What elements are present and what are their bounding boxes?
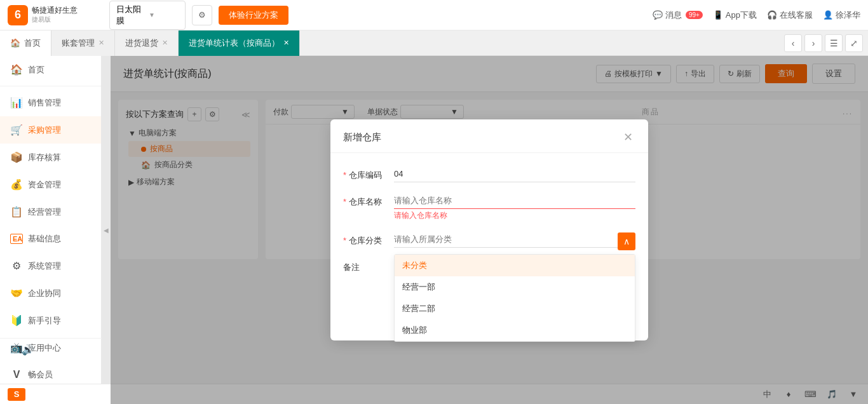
form-row-name: * 仓库名称 请输入仓库名称 [343,192,635,221]
store-name: 日太阳膜 [116,4,146,27]
sidebar-item-inventory[interactable]: 📦 库存核算 [0,144,101,171]
sidebar-item-operation-label: 经营管理 [28,206,61,218]
inventory-icon: 📦 [10,151,23,163]
sidebar-item-cooperation[interactable]: 🤝 企业协同 [0,279,101,307]
tab-accounts[interactable]: 账套管理 ✕ [51,30,115,56]
tab-purchase-stats[interactable]: 进货单统计表（按商品） ✕ [179,30,300,56]
tab-prev-button[interactable]: ‹ [784,34,802,52]
sidebar-item-inventory-label: 库存核算 [28,152,61,163]
tab-next-button[interactable]: › [804,34,822,52]
main-layout: 🏠 首页 📊 销售管理 🛒 采购管理 📦 库存核算 💰 资金管理 📋 经营管理 … [0,56,868,404]
name-input[interactable] [394,192,635,209]
sidebar-item-system-label: 系统管理 [28,260,61,272]
name-input-wrap: 请输入仓库名称 [394,192,635,221]
tab-purchase-return-close-icon[interactable]: ✕ [162,39,168,47]
bottom-logo: S [8,388,25,401]
modal-body: * 仓库编码 * 仓库名称 [330,153,648,286]
s-logo-icon: S [8,388,25,401]
message-badge: 99+ [686,11,703,19]
sidebar: 🏠 首页 📊 销售管理 🛒 采购管理 📦 库存核算 💰 资金管理 📋 经营管理 … [0,56,102,404]
modal-close-button[interactable]: ✕ [620,130,635,145]
sidebar-item-finance[interactable]: 💰 资金管理 [0,171,101,198]
category-input[interactable] [394,231,635,248]
trial-button[interactable]: 体验行业方案 [219,6,288,25]
sidebar-item-finance-label: 资金管理 [28,179,61,191]
note-label: 备注 [343,258,394,273]
tab-accounts-close-icon[interactable]: ✕ [98,39,104,47]
dropdown-item-uncategorized[interactable]: 未分类 [395,255,635,276]
tab-accounts-label: 账套管理 [62,37,95,49]
user-name: 徐泽华 [836,10,860,21]
audio-icon[interactable]: 🔊 [22,344,34,356]
app-download-button[interactable]: 📱 App下载 [713,10,757,21]
settings-gear-button[interactable]: ⚙ [192,5,212,25]
user-icon: 👤 [823,10,833,20]
sidebar-item-purchase[interactable]: 🛒 采购管理 [0,116,101,144]
sidebar-item-operation[interactable]: 📋 经营管理 [0,198,101,226]
sidebar-item-home[interactable]: 🏠 首页 [0,56,101,83]
dropdown-arrow-icon: ▼ [149,11,179,18]
home-icon: 🏠 [10,64,23,76]
logo-name: 畅捷通好生意 [32,6,78,16]
message-button[interactable]: 💬 消息 99+ [653,10,703,21]
tab-purchase-return-label: 进货退货 [125,37,158,49]
tab-purchase-stats-label: 进货单统计表（按商品） [189,37,280,49]
sidebar-collapse-button[interactable]: ◀ [102,56,111,404]
tab-expand-button[interactable]: ⤢ [845,34,863,52]
cooperation-icon: 🤝 [10,287,23,299]
sidebar-item-sales-label: 销售管理 [28,97,61,109]
dropdown-item-dept1[interactable]: 经营一部 [395,276,635,298]
form-row-category: * 仓库分类 ∧ 未分类 经营一部 经营二部 物业部 [343,231,635,248]
message-icon: 💬 [653,10,663,20]
required-star3: * [343,236,346,245]
topbar-right: 💬 消息 99+ 📱 App下载 🎧 在线客服 👤 徐泽华 [653,10,860,21]
sidebar-item-basic-info-label: 基础信息 [28,233,61,245]
sidebar-item-guide-label: 新手引导 [28,315,61,327]
system-icon: ⚙ [10,260,23,272]
settings-bottom-icon[interactable]: ⚙ [10,344,19,356]
category-input-wrap: ∧ 未分类 经营一部 经营二部 物业部 [394,231,635,248]
dropdown-item-dept2[interactable]: 经营二部 [395,298,635,320]
code-input-wrap [394,166,635,182]
modal-header: 新增仓库 ✕ [330,119,648,153]
required-star: * [343,170,346,180]
gear-icon: ⚙ [198,10,206,20]
category-label: * 仓库分类 [343,231,394,246]
sidebar-bottom-bar: ⚙ 🔊 [0,338,102,361]
basic-info-icon: EA [10,234,23,244]
store-selector[interactable]: 日太阳膜 ▼ [109,1,186,30]
sidebar-item-guide[interactable]: 🔰 新手引导 [0,307,101,334]
logo-sub: 捷易版 [32,15,78,24]
required-star2: * [343,197,346,206]
sidebar-item-basic-info[interactable]: EA 基础信息 [0,226,101,252]
operation-icon: 📋 [10,206,23,218]
vip-icon: V [10,369,23,380]
finance-icon: 💰 [10,178,23,191]
sidebar-item-cooperation-label: 企业协同 [28,288,61,299]
code-input[interactable] [394,166,635,182]
dropdown-item-property[interactable]: 物业部 [395,320,635,341]
user-area[interactable]: 👤 徐泽华 [823,10,860,21]
headset-icon: 🎧 [767,10,777,20]
category-dropdown-list: 未分类 经营一部 经营二部 物业部 [394,254,635,342]
category-dropdown-button[interactable]: ∧ [618,232,635,250]
tab-menu-button[interactable]: ☰ [825,34,843,52]
sidebar-item-vip-label: 畅会员 [28,369,53,380]
modal-title: 新增仓库 [343,131,381,144]
content-area: 进货单统计(按商品) 🖨 按模板打印 ▼ ↑ 导出 ↻ 刷新 查询 设置 [111,56,868,404]
sidebar-item-purchase-label: 采购管理 [28,125,61,136]
online-service-button[interactable]: 🎧 在线客服 [767,10,813,21]
name-label: * 仓库名称 [343,192,394,208]
tab-purchase-stats-close-icon[interactable]: ✕ [283,39,289,47]
logo-icon: 6 [8,5,28,25]
tabbar: 🏠 首页 账套管理 ✕ 进货退货 ✕ 进货单统计表（按商品） ✕ ‹ › ☰ ⤢ [0,30,868,56]
sidebar-item-system[interactable]: ⚙ 系统管理 [0,252,101,279]
code-label: * 仓库编码 [343,166,394,181]
purchase-icon: 🛒 [10,124,23,136]
tab-purchase-return[interactable]: 进货退货 ✕ [115,30,179,56]
modal-overlay: 新增仓库 ✕ * 仓库编码 [111,56,868,404]
sidebar-item-sales[interactable]: 📊 销售管理 [0,89,101,116]
tab-home[interactable]: 🏠 首页 [0,30,51,56]
name-error-tip: 请输入仓库名称 [394,210,635,221]
home-icon: 🏠 [10,38,20,48]
